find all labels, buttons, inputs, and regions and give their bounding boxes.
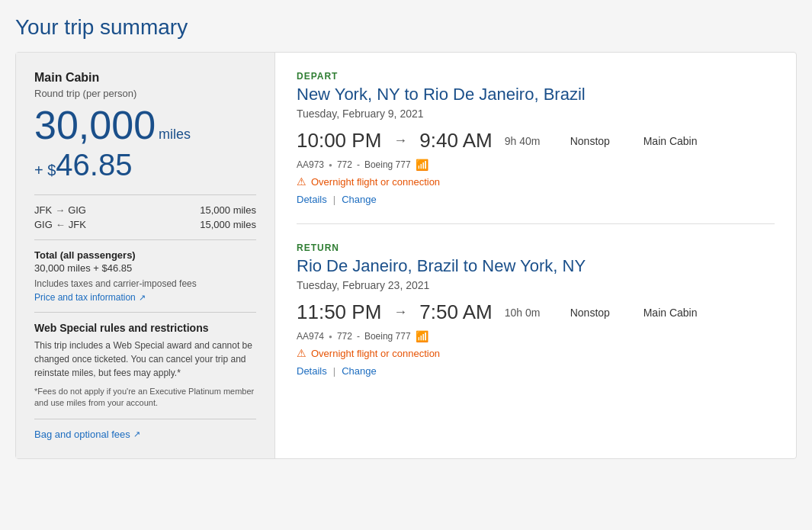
depart-wifi-icon: 📶 <box>416 159 428 171</box>
price-tax-link[interactable]: Price and tax information ↗ <box>34 292 256 303</box>
arrow-icon-1: → <box>55 204 65 216</box>
depart-aircraft-name: Boeing 777 <box>364 159 411 170</box>
return-pipe: | <box>333 365 335 377</box>
price-tax-label: Price and tax information <box>34 292 136 303</box>
route-row-1: JFK → GIG 15,000 miles <box>34 204 256 216</box>
return-depart-time: 11:50 PM <box>297 300 381 324</box>
taxes-note: Includes taxes and carrier-imposed fees <box>34 278 256 289</box>
divider-4 <box>34 419 256 419</box>
page-title: Your trip summary <box>15 15 797 40</box>
route-miles-2: 15,000 miles <box>200 219 256 230</box>
return-wifi-icon: 📶 <box>416 330 428 342</box>
cash-prefix: + $ <box>34 162 56 178</box>
return-duration: 10h 0m <box>505 307 558 319</box>
return-change-link[interactable]: Change <box>342 365 377 377</box>
depart-details-link[interactable]: Details <box>297 194 327 205</box>
bag-link[interactable]: Bag and optional fees ↗ <box>34 429 256 440</box>
depart-dot-1: ● <box>329 162 332 169</box>
depart-overnight-warning: ⚠ Overnight flight or connection <box>297 175 775 188</box>
route-to-2: JFK <box>69 219 86 230</box>
return-cabin-class: Main Cabin <box>644 307 698 319</box>
total-value: 30,000 miles + $46.85 <box>34 262 256 274</box>
return-aircraft-code: 772 <box>337 331 352 342</box>
web-special-text: This trip includes a Web Special award a… <box>34 339 256 380</box>
depart-times-row: 10:00 PM → 9:40 AM 9h 40m Nonstop Main C… <box>297 129 775 153</box>
depart-cabin-class: Main Cabin <box>644 135 698 147</box>
flights-divider <box>297 223 775 224</box>
return-info-row: AA974 ● 772 - Boeing 777 📶 <box>297 330 775 342</box>
route-row-2: GIG ← JFK 15,000 miles <box>34 219 256 230</box>
web-special-title: Web Special rules and restrictions <box>34 322 256 334</box>
return-overnight-text: Overnight flight or connection <box>311 348 440 359</box>
return-aircraft-name: Boeing 777 <box>364 331 411 342</box>
return-overnight-warning: ⚠ Overnight flight or connection <box>297 347 775 359</box>
arrow-icon-2: ← <box>56 219 66 230</box>
return-time-arrow-icon: → <box>393 304 407 320</box>
external-link-icon: ↗ <box>139 293 146 303</box>
trip-summary-container: Main Cabin Round trip (per person) 30,00… <box>15 52 797 459</box>
miles-amount: 30,000 <box>34 105 156 145</box>
depart-flight-number: AA973 <box>297 159 324 170</box>
depart-dash: - <box>357 159 360 170</box>
miles-breakdown: JFK → GIG 15,000 miles GIG ← JFK 15,000 … <box>34 204 256 230</box>
return-date: Tuesday, February 23, 2021 <box>297 279 775 291</box>
depart-flight-section: DEPART New York, NY to Rio De Janeiro, B… <box>297 71 775 205</box>
depart-overnight-text: Overnight flight or connection <box>311 176 440 188</box>
depart-stop-type: Nonstop <box>570 135 631 147</box>
depart-aircraft-code: 772 <box>337 159 352 170</box>
total-section: Total (all passengers) 30,000 miles + $4… <box>34 249 256 303</box>
bag-link-label: Bag and optional fees <box>34 429 130 440</box>
return-arrive-time: 7:50 AM <box>419 300 492 324</box>
cash-amount: + $46.85 <box>34 148 256 182</box>
return-dot-1: ● <box>329 333 332 340</box>
return-warning-icon: ⚠ <box>297 347 307 359</box>
divider-3 <box>34 312 256 313</box>
divider-2 <box>34 239 256 240</box>
depart-route: New York, NY to Rio De Janeiro, Brazil <box>297 85 775 104</box>
route-to-1: GIG <box>68 204 86 216</box>
depart-label: DEPART <box>297 71 775 82</box>
return-flight-section: RETURN Rio De Janeiro, Brazil to New Yor… <box>297 243 775 377</box>
cash-value: 46.85 <box>56 148 132 181</box>
depart-depart-time: 10:00 PM <box>297 129 381 153</box>
route-from-1: JFK <box>34 204 52 216</box>
depart-time-arrow-icon: → <box>393 133 407 149</box>
return-label: RETURN <box>297 243 775 253</box>
return-stop-type: Nonstop <box>570 307 631 319</box>
depart-info-row: AA973 ● 772 - Boeing 777 📶 <box>297 159 775 171</box>
return-dash: - <box>357 331 360 342</box>
depart-duration: 9h 40m <box>505 135 558 147</box>
depart-warning-icon: ⚠ <box>297 175 307 188</box>
bag-external-icon: ↗ <box>133 429 140 439</box>
footnote: *Fees do not apply if you're an Executiv… <box>34 386 256 410</box>
return-details-link[interactable]: Details <box>297 365 327 377</box>
route-miles-1: 15,000 miles <box>200 204 256 216</box>
route-label-1: JFK → GIG <box>34 204 86 216</box>
total-label: Total (all passengers) <box>34 249 256 261</box>
return-flight-number: AA974 <box>297 331 324 342</box>
return-times-row: 11:50 PM → 7:50 AM 10h 0m Nonstop Main C… <box>297 300 775 324</box>
cabin-type: Main Cabin <box>34 71 256 85</box>
return-route: Rio De Janeiro, Brazil to New York, NY <box>297 256 775 276</box>
divider-1 <box>34 194 256 195</box>
depart-action-links: Details | Change <box>297 194 775 205</box>
depart-arrive-time: 9:40 AM <box>419 129 492 153</box>
right-panel: DEPART New York, NY to Rio De Janeiro, B… <box>275 53 796 458</box>
depart-date: Tuesday, February 9, 2021 <box>297 108 775 120</box>
depart-change-link[interactable]: Change <box>342 194 377 205</box>
route-from-2: GIG <box>34 219 53 230</box>
miles-row: 30,000 miles <box>34 105 256 145</box>
route-label-2: GIG ← JFK <box>34 219 86 230</box>
miles-word: miles <box>159 127 191 143</box>
round-trip-label: Round trip (per person) <box>34 88 256 99</box>
depart-pipe: | <box>333 194 335 205</box>
left-panel: Main Cabin Round trip (per person) 30,00… <box>16 53 275 458</box>
return-action-links: Details | Change <box>297 365 775 377</box>
